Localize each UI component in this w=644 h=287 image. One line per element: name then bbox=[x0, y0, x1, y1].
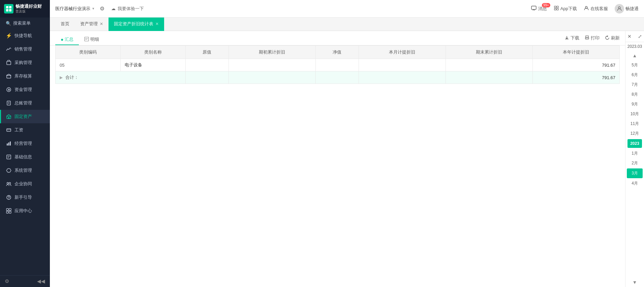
sidebar-item-sales[interactable]: 销售管理 bbox=[0, 42, 50, 56]
tab-asset-mgmt-close[interactable]: ✕ bbox=[100, 22, 103, 26]
svg-rect-16 bbox=[10, 141, 11, 146]
svg-rect-11 bbox=[8, 117, 9, 119]
online-service-button[interactable]: 在线客服 bbox=[584, 5, 608, 12]
month-item-9[interactable]: 9月 bbox=[625, 99, 644, 109]
sidebar-item-label: 销售管理 bbox=[14, 46, 32, 52]
svg-point-23 bbox=[8, 198, 9, 199]
svg-rect-1 bbox=[9, 6, 11, 8]
svg-rect-2 bbox=[6, 9, 8, 11]
app-download-icon bbox=[554, 5, 559, 12]
panel-close-button[interactable]: ✕ bbox=[627, 34, 632, 39]
cell-annual: 791.67 bbox=[532, 59, 619, 71]
col-annual: 本年计提折旧 bbox=[532, 46, 619, 59]
summary-monthly bbox=[359, 71, 446, 84]
tab-asset-mgmt[interactable]: 资产管理 ✕ bbox=[75, 18, 109, 31]
cell-initial-acc bbox=[228, 59, 315, 71]
quick-nav-icon: ⚡ bbox=[6, 33, 12, 39]
svg-rect-5 bbox=[7, 75, 11, 78]
download-button[interactable]: 下载 bbox=[564, 35, 579, 41]
month-list: 5月 6月 7月 8月 9月 10月 11月 12月 2023 1月 2月 3月… bbox=[625, 60, 644, 278]
refresh-button[interactable]: 刷新 bbox=[605, 35, 620, 41]
sidebar-item-purchase[interactable]: 采购管理 bbox=[0, 56, 50, 69]
cell-net bbox=[315, 59, 359, 71]
panel-year-label: 2023.03 bbox=[625, 42, 644, 51]
summary-icon: ▶ bbox=[60, 75, 63, 80]
svg-rect-26 bbox=[6, 211, 8, 213]
sidebar-header: 畅捷通好业财 普及版 bbox=[0, 0, 50, 18]
subtab-detail-icon bbox=[84, 37, 89, 42]
user-menu[interactable]: 畅捷通 bbox=[615, 4, 639, 13]
experience-button[interactable]: ☁ 我要体验一下 bbox=[111, 6, 144, 12]
payroll-icon bbox=[6, 127, 12, 133]
month-item-6[interactable]: 6月 bbox=[625, 70, 644, 80]
sidebar-item-app-center[interactable]: 应用中心 bbox=[0, 204, 50, 218]
svg-rect-29 bbox=[554, 6, 556, 8]
sidebar-item-label: 采购管理 bbox=[14, 60, 32, 66]
svg-rect-0 bbox=[6, 6, 8, 8]
panel-nav-up[interactable]: ▲ bbox=[625, 51, 644, 60]
month-item-2[interactable]: 2月 bbox=[625, 158, 644, 168]
system-icon bbox=[6, 167, 12, 173]
svg-rect-32 bbox=[557, 8, 558, 10]
search-menu-label: 搜索菜单 bbox=[13, 20, 31, 26]
svg-rect-14 bbox=[7, 144, 8, 146]
sidebar-item-fixed-assets[interactable]: 固定资产 bbox=[0, 110, 50, 123]
sidebar-item-basic-info[interactable]: 基础信息 bbox=[0, 150, 50, 164]
month-item-8[interactable]: 8月 bbox=[625, 90, 644, 99]
month-item-12[interactable]: 12月 bbox=[625, 129, 644, 138]
month-item-5[interactable]: 5月 bbox=[625, 60, 644, 70]
svg-point-34 bbox=[618, 7, 620, 9]
sidebar-item-label: 经营管理 bbox=[14, 140, 32, 147]
tab-depreciation[interactable]: 固定资产折旧统计表 ✕ bbox=[109, 18, 164, 31]
print-button[interactable]: 打印 bbox=[585, 35, 600, 41]
month-item-7[interactable]: 7月 bbox=[625, 80, 644, 90]
svg-rect-40 bbox=[586, 38, 588, 39]
month-item-10[interactable]: 10月 bbox=[625, 109, 644, 119]
subtab-detail-label: 明细 bbox=[90, 36, 99, 42]
svg-rect-17 bbox=[7, 155, 11, 159]
sidebar-item-payroll[interactable]: 工资 bbox=[0, 123, 50, 137]
tab-home[interactable]: 首页 bbox=[55, 18, 75, 31]
sidebar-item-cooperation[interactable]: 企业协同 bbox=[0, 177, 50, 191]
panel-nav-down[interactable]: ▼ bbox=[625, 278, 644, 287]
tab-depreciation-close[interactable]: ✕ bbox=[155, 22, 159, 26]
subtab-summary[interactable]: ● 汇总 bbox=[55, 34, 79, 45]
sidebar-item-funds[interactable]: 资金管理 bbox=[0, 83, 50, 96]
company-selector[interactable]: 医疗器械行业演示 ▾ bbox=[55, 6, 94, 12]
depreciation-table: 类别编码 类别名称 原值 期初累计折旧 净值 本月计提折旧 期末累计折旧 本年计… bbox=[55, 45, 620, 84]
panel-expand-button[interactable]: ⤢ bbox=[638, 34, 642, 39]
month-item-4[interactable]: 4月 bbox=[625, 179, 644, 188]
cell-original bbox=[185, 59, 228, 71]
month-item-11[interactable]: 11月 bbox=[625, 119, 644, 129]
refresh-label: 刷新 bbox=[611, 35, 620, 41]
search-menu[interactable]: 🔍 搜索菜单 bbox=[0, 18, 50, 29]
app-download-button[interactable]: App下载 bbox=[554, 5, 577, 12]
message-button[interactable]: 消息 99+ bbox=[531, 5, 547, 12]
sidebar-item-operations[interactable]: 经营管理 bbox=[0, 137, 50, 150]
svg-point-21 bbox=[9, 183, 11, 184]
month-item-1[interactable]: 1月 bbox=[625, 149, 644, 158]
sidebar-item-label: 总账管理 bbox=[14, 100, 32, 106]
settings-footer-icon[interactable]: ⚙ bbox=[5, 278, 9, 284]
online-service-icon bbox=[584, 5, 589, 12]
sidebar-nav: ⚡ 快捷导航 销售管理 采购管理 库存核算 资金管理 bbox=[0, 29, 50, 275]
sidebar-item-guide[interactable]: 新手引导 bbox=[0, 191, 50, 204]
sidebar-item-quick-nav[interactable]: ⚡ 快捷导航 bbox=[0, 29, 50, 42]
sidebar-item-ledger[interactable]: 总账管理 bbox=[0, 96, 50, 110]
funds-icon bbox=[6, 87, 12, 93]
topbar-settings-icon[interactable]: ⚙ bbox=[100, 5, 104, 12]
subtab-detail[interactable]: 明细 bbox=[79, 34, 104, 45]
table-row: 05 电子设备 791.67 bbox=[56, 59, 620, 71]
month-item-3-active[interactable]: 3月 bbox=[627, 168, 643, 178]
inventory-icon bbox=[6, 73, 12, 79]
sidebar-item-system[interactable]: 系统管理 bbox=[0, 164, 50, 177]
summary-original bbox=[185, 71, 228, 84]
svg-rect-28 bbox=[531, 6, 536, 9]
col-end-acc: 期末累计折旧 bbox=[446, 46, 532, 59]
collapse-sidebar-button[interactable]: ◀◀ bbox=[37, 278, 45, 284]
download-icon bbox=[564, 35, 569, 41]
sidebar-item-inventory[interactable]: 库存核算 bbox=[0, 69, 50, 83]
cooperation-icon bbox=[6, 181, 12, 187]
sidebar-item-label: 库存核算 bbox=[14, 73, 32, 79]
sidebar-item-label: 基础信息 bbox=[14, 154, 32, 160]
